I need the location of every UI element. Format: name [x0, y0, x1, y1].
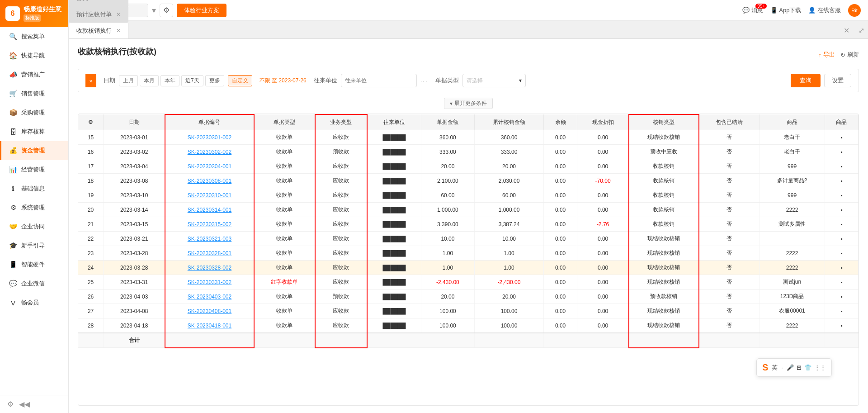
cell-bill_no[interactable]: SK-20230403-002 [165, 290, 254, 304]
cell-bill_no[interactable]: SK-20230315-002 [165, 217, 254, 232]
cell-cancel_type: 现结收款核销 [629, 246, 699, 261]
sidebar-icon-finance: 💰 [9, 147, 18, 155]
cell-cancel_amount: 20.00 [474, 290, 543, 304]
cell-cash_discount: 0.00 [577, 130, 629, 145]
cell-bill_no[interactable]: SK-20230328-001 [165, 246, 254, 261]
close-all-tabs-btn[interactable]: ✕ [838, 22, 855, 38]
refresh-btn[interactable]: ↻ 刷新 [840, 51, 859, 59]
cell-bill_type: 收款单 [254, 290, 315, 304]
cell-bill_type: 收款单 [254, 188, 315, 203]
cell-bill_no[interactable]: SK-20230302-002 [165, 145, 254, 159]
sidebar-item-corp[interactable]: 🤝企业协同 [0, 217, 68, 236]
settings-icon[interactable]: ⚙ [7, 400, 14, 408]
cell-bill_no[interactable]: SK-20230308-001 [165, 174, 254, 188]
cell-bill_no[interactable]: SK-20230331-002 [165, 275, 254, 290]
tab-close-btn[interactable]: ✕ [116, 28, 121, 34]
cell-balance: 0.00 [544, 203, 577, 217]
tab-home[interactable]: 首页 [69, 0, 128, 6]
footer-cell-cancel_amount [474, 333, 543, 348]
sidebar-item-operations[interactable]: 📊经营管理 [0, 160, 68, 179]
cell-bill_no[interactable]: SK-20230314-001 [165, 203, 254, 217]
cell-bill_type: 收款单 [254, 318, 315, 333]
sidebar-item-basic[interactable]: ℹ基础信息 [0, 179, 68, 198]
header-dropdown-icon[interactable]: ▾ [152, 5, 156, 15]
filter-arrow-btn[interactable]: » [85, 74, 96, 87]
cell-bill_no[interactable]: SK-20230310-001 [165, 188, 254, 203]
sidebar-icon-hardware: 📱 [9, 261, 18, 269]
date-btn-更多[interactable]: 更多 [205, 75, 224, 86]
cell-num: 27 [78, 304, 104, 318]
date-btn-本月[interactable]: 本月 [140, 75, 159, 86]
cell-cancel_type: 收款核销 [629, 203, 699, 217]
collapse-icon[interactable]: ◀◀ [19, 400, 30, 408]
logo-name: 畅康道好生意 [24, 5, 61, 14]
date-filter-label: 日期 [104, 76, 115, 85]
date-btn-本年[interactable]: 本年 [160, 75, 179, 86]
cell-bill_no[interactable]: SK-20230408-001 [165, 304, 254, 318]
sidebar-label-wechat: 企业微信 [21, 280, 45, 288]
partner-input[interactable] [341, 74, 417, 87]
cell-goods: 2222 [760, 261, 825, 275]
sidebar-item-inventory[interactable]: 🗄库存核算 [0, 122, 68, 141]
cell-cash_discount: -70.00 [577, 174, 629, 188]
cell-bill_type: 收款单 [254, 130, 315, 145]
col-header-gear: ⚙ [78, 114, 104, 130]
voucher-type-label: 单据类型 [435, 76, 459, 85]
custom-date-btn[interactable]: 自定义 [228, 75, 252, 86]
cell-bill_no[interactable]: SK-20230304-001 [165, 159, 254, 174]
export-btn[interactable]: ↑ 导出 [819, 51, 835, 59]
footer-cell-bill_no [165, 333, 254, 348]
sidebar-logo: 6 畅康道好生意 标推版 [0, 0, 68, 27]
filter-settings-btn[interactable]: 设置 [824, 74, 851, 87]
sidebar-item-purchase[interactable]: 📦采购管理 [0, 103, 68, 122]
query-btn[interactable]: 查询 [791, 74, 821, 87]
sidebar-item-marketing[interactable]: 📣营销推广 [0, 65, 68, 84]
filter-bar: » 日期 上月本月本年近7天更多 自定义 不限 至 2023-07-26 往来单… [78, 69, 859, 92]
cell-bill_no[interactable]: SK-20230418-001 [165, 318, 254, 333]
sidebar-item-hardware[interactable]: 📱智能硬件 [0, 255, 68, 274]
cell-bill_no[interactable]: SK-20230301-002 [165, 130, 254, 145]
filter-more-dots[interactable]: ··· [420, 77, 428, 84]
sidebar-item-finance[interactable]: 💰资金管理 [0, 141, 68, 160]
col-header-cancel_type: 核销类型 [629, 114, 699, 130]
tab-label-home: 首页 [76, 0, 88, 2]
app-download-btn[interactable]: 📱 App下载 [770, 6, 801, 14]
expand-more-btn[interactable]: ▾ 展开更多条件 [444, 98, 493, 109]
sidebar-item-nav[interactable]: 🏠快捷导航 [0, 46, 68, 65]
sidebar: 6 畅康道好生意 标推版 🔍搜索菜单🏠快捷导航📣营销推广🛒销售管理📦采购管理🗄库… [0, 0, 69, 413]
sidebar-item-search[interactable]: 🔍搜索菜单 [0, 27, 68, 46]
sidebar-label-nav: 快捷导航 [21, 52, 45, 60]
online-service-btn[interactable]: 👤 在线客服 [808, 6, 841, 14]
cell-amount: 10.00 [421, 232, 474, 246]
header-right: 💬 消息 99+ 📱 App下载 👤 在线客服 Rit [742, 4, 861, 17]
message-btn[interactable]: 💬 消息 99+ [742, 6, 763, 14]
date-btn-近7天[interactable]: 近7天 [181, 75, 203, 86]
cell-amount: -2,430.00 [421, 275, 474, 290]
sidebar-item-member[interactable]: V畅会员 [0, 293, 68, 312]
sidebar-item-wechat[interactable]: 💬企业微信 [0, 274, 68, 293]
cell-bill_no[interactable]: SK-20230321-003 [165, 232, 254, 246]
refresh-icon: ↻ [840, 52, 845, 58]
industry-solution-btn[interactable]: 体验行业方案 [177, 4, 226, 17]
cell-cancel_amount: 100.00 [474, 304, 543, 318]
tab-pre-invoice[interactable]: 预计应收付单✕ [69, 6, 128, 22]
sidebar-item-system[interactable]: ⚙系统管理 [0, 198, 68, 217]
user-avatar[interactable]: Rit [848, 4, 861, 17]
cell-num: 23 [78, 246, 104, 261]
cell-cancel_amount: 333.00 [474, 145, 543, 159]
cell-goods2: ▪ [825, 318, 858, 333]
date-btn-上月[interactable]: 上月 [119, 75, 138, 86]
table-row: 202023-03-14SK-20230314-001收款单应收款██████1… [78, 203, 859, 217]
voucher-type-select[interactable]: 请选择▾ [462, 74, 526, 87]
expand-tabs-btn[interactable]: ⤢ [855, 22, 868, 38]
header-gear-btn[interactable]: ⚙ [160, 4, 173, 17]
partner-filter-label: 往来单位 [314, 76, 337, 85]
cell-includes_cleared: 否 [699, 232, 760, 246]
sidebar-item-sales[interactable]: 🛒销售管理 [0, 84, 68, 103]
cell-goods: 999 [760, 159, 825, 174]
sidebar-item-guide[interactable]: 🎓新手引导 [0, 236, 68, 255]
tab-receipt-cancel[interactable]: 收款核销执行✕ [69, 22, 128, 38]
tab-close-btn[interactable]: ✕ [116, 11, 121, 18]
cell-bill_no[interactable]: SK-20230328-002 [165, 261, 254, 275]
sidebar-icon-sales: 🛒 [9, 90, 18, 98]
